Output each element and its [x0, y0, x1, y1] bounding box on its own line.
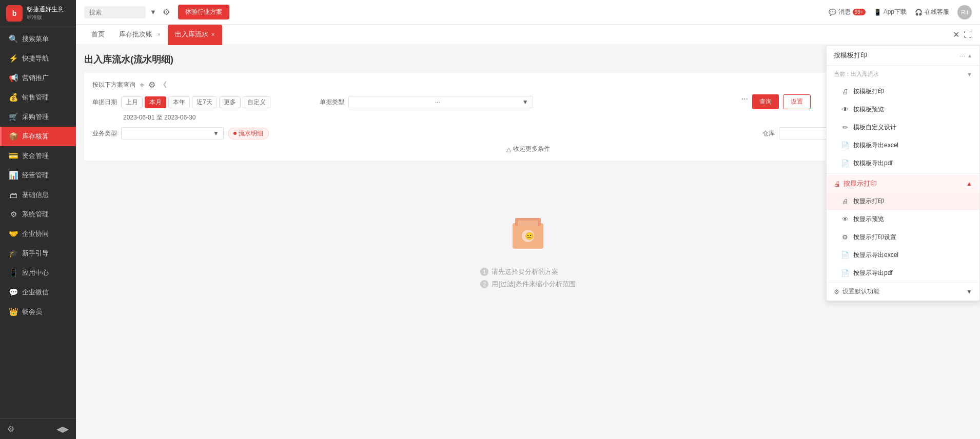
this-month-btn[interactable]: 本月	[145, 96, 166, 108]
more-options-icon[interactable]: ···	[741, 94, 748, 109]
app-logo-icon: b	[6, 5, 23, 22]
user-name: Rit	[961, 9, 968, 15]
headset-icon: 🎧	[915, 9, 923, 16]
tab-batch[interactable]: 库存批次账 ×	[112, 25, 168, 45]
settings-icon[interactable]: ⚙	[7, 424, 14, 434]
tab-home[interactable]: 首页	[84, 25, 112, 45]
member-icon: 👑	[9, 307, 18, 316]
dropdown-current[interactable]: 当前：出入库流水 ▼	[827, 66, 979, 83]
display-pdf-icon: 📄	[841, 269, 849, 277]
dropdown-template-export-pdf[interactable]: 📄 按模板导出pdf	[827, 154, 979, 172]
doc-type-label: 单据类型	[320, 98, 344, 107]
sidebar-item-member[interactable]: 👑畅会员	[0, 302, 76, 322]
display-print-label: 按显示打印	[853, 197, 884, 206]
sidebar-item-search[interactable]: 🔍搜索菜单	[0, 29, 76, 49]
sidebar-item-operations[interactable]: 📊经营管理	[0, 166, 76, 185]
dropdown-current-chevron: ▼	[967, 71, 972, 77]
online-service-button[interactable]: 🎧 在线客服	[915, 8, 949, 16]
filter-settings-icon[interactable]: ⚙	[148, 80, 155, 90]
collab-icon: 🤝	[9, 229, 18, 238]
topbar-gear-icon[interactable]: ⚙	[163, 7, 170, 17]
filter-collapse-icon[interactable]: 《	[160, 81, 167, 90]
prev-month-btn[interactable]: 上月	[121, 96, 143, 108]
warehouse-label: 仓库	[762, 129, 775, 138]
display-section-label: 按显示打印	[844, 179, 877, 188]
basic-icon: 🗃	[9, 191, 18, 199]
trial-button[interactable]: 体验行业方案	[178, 5, 229, 19]
filter-add-button[interactable]: +	[140, 81, 144, 90]
sidebar-item-shortcut[interactable]: ⚡快捷导航	[0, 49, 76, 68]
sidebar-item-label: 基础信息	[22, 190, 49, 199]
dropdown-template-custom[interactable]: ✏ 模板自定义设计	[827, 118, 979, 136]
more-date-btn[interactable]: 更多	[219, 96, 241, 108]
dropdown-display-export-excel[interactable]: 📄 按显示导出excel	[827, 246, 979, 264]
business-type-select[interactable]: ▼	[121, 127, 224, 139]
sidebar-nav: 🔍搜索菜单⚡快捷导航📢营销推广💰销售管理🛒采购管理📦库存核算💳资金管理📊经营管理…	[0, 27, 76, 418]
system-icon: ⚙	[9, 210, 18, 219]
dropdown-template-print[interactable]: 🖨 按模板打印	[827, 83, 979, 101]
sidebar-item-apps[interactable]: 📱应用中心	[0, 263, 76, 283]
dropdown-display-preview[interactable]: 👁 按显示预览	[827, 210, 979, 228]
dropdown-display-export-pdf[interactable]: 📄 按显示导出pdf	[827, 264, 979, 282]
dropdown-display-print[interactable]: 🖨 按显示打印	[827, 192, 979, 210]
custom-date-btn[interactable]: 自定义	[243, 96, 270, 108]
page-content: 出入库流水(流水明细) 🖨 按模板打印 ▲ 📤 导出 🔄 刷新 按以下方案查询 …	[76, 45, 980, 439]
doc-type-filter-item: 单据类型 ··· ▼	[320, 96, 533, 108]
search-icon: 🔍	[9, 34, 18, 44]
doc-type-select[interactable]: ··· ▼	[348, 96, 533, 108]
dropdown-template-preview[interactable]: 👁 按模板预览	[827, 101, 979, 118]
dropdown-display-section[interactable]: 🖨 按显示打印 ▲	[827, 175, 979, 192]
doc-type-more-icon[interactable]: ···	[435, 98, 440, 106]
template-export-pdf-label: 按模板导出pdf	[853, 159, 893, 168]
display-section-chevron[interactable]: ▲	[966, 180, 972, 187]
step-2-num: 2	[480, 280, 488, 288]
this-year-btn[interactable]: 本年	[168, 96, 190, 108]
dropdown-header: 按模板打印 ··· ▲	[827, 46, 979, 66]
message-button[interactable]: 💬 消息 99+	[829, 8, 866, 16]
apps-icon: 📱	[9, 268, 18, 277]
last7days-btn[interactable]: 近7天	[192, 96, 217, 108]
collapse-sidebar-icon[interactable]: ◀▶	[56, 424, 69, 434]
dropdown-more-icon[interactable]: ···	[959, 52, 965, 59]
settings-button[interactable]: 设置	[783, 94, 811, 109]
collapse-arrow-icon: △	[506, 146, 511, 153]
dropdown-footer[interactable]: ⚙ 设置默认功能 ▼	[827, 282, 979, 301]
display-section-icon: 🖨	[834, 180, 840, 188]
empty-step-1: 1 请先选择要分析的方案	[480, 267, 575, 276]
tab-flow[interactable]: 出入库流水 ×	[168, 25, 222, 45]
topbar-dropdown-icon[interactable]: ▼	[150, 8, 156, 16]
template-print-label: 按模板打印	[853, 87, 884, 96]
chip-filter[interactable]: 流水明细	[228, 128, 269, 139]
sidebar-item-collab[interactable]: 🤝企业协同	[0, 224, 76, 244]
guide-icon: 🎓	[9, 249, 18, 258]
operations-icon: 📊	[9, 171, 18, 180]
sidebar-item-wechat[interactable]: 💬企业微信	[0, 283, 76, 302]
app-download-button[interactable]: 📱 App下载	[874, 8, 907, 16]
sidebar-item-sales[interactable]: 💰销售管理	[0, 88, 76, 107]
sidebar-item-finance[interactable]: 💳资金管理	[0, 146, 76, 166]
template-custom-label: 模板自定义设计	[853, 123, 896, 132]
sidebar-item-inventory[interactable]: 📦库存核算	[0, 127, 76, 146]
app-edition: 标准版	[27, 14, 64, 21]
sidebar-item-label: 新手引导	[22, 249, 49, 258]
tab-batch-close[interactable]: ×	[158, 31, 161, 37]
sidebar-item-label: 经营管理	[22, 171, 49, 180]
search-input[interactable]	[84, 6, 146, 18]
dropdown-template-export-excel[interactable]: 📄 按模板导出excel	[827, 136, 979, 154]
sidebar-item-guide[interactable]: 🎓新手引导	[0, 244, 76, 263]
query-button[interactable]: 查询	[752, 94, 779, 109]
display-preview-icon: 👁	[841, 215, 849, 223]
dropdown-chevron-up[interactable]: ▲	[967, 53, 972, 58]
sidebar-item-system[interactable]: ⚙系统管理	[0, 205, 76, 224]
tab-flow-close[interactable]: ×	[211, 31, 214, 37]
sidebar-item-label: 营销推广	[22, 73, 49, 83]
expand-tab-button[interactable]: ⛶	[964, 30, 972, 39]
sidebar-item-purchase[interactable]: 🛒采购管理	[0, 107, 76, 127]
dropdown-display-settings[interactable]: ⚙ 按显示打印设置	[827, 228, 979, 246]
sidebar-item-marketing[interactable]: 📢营销推广	[0, 68, 76, 88]
sidebar-item-label: 快捷导航	[22, 54, 49, 63]
avatar[interactable]: Rit	[957, 5, 972, 19]
sidebar-item-basic[interactable]: 🗃基础信息	[0, 185, 76, 205]
close-tab-button[interactable]: ✕	[953, 30, 959, 39]
collapse-button[interactable]: △ 收起更多条件	[506, 145, 550, 153]
